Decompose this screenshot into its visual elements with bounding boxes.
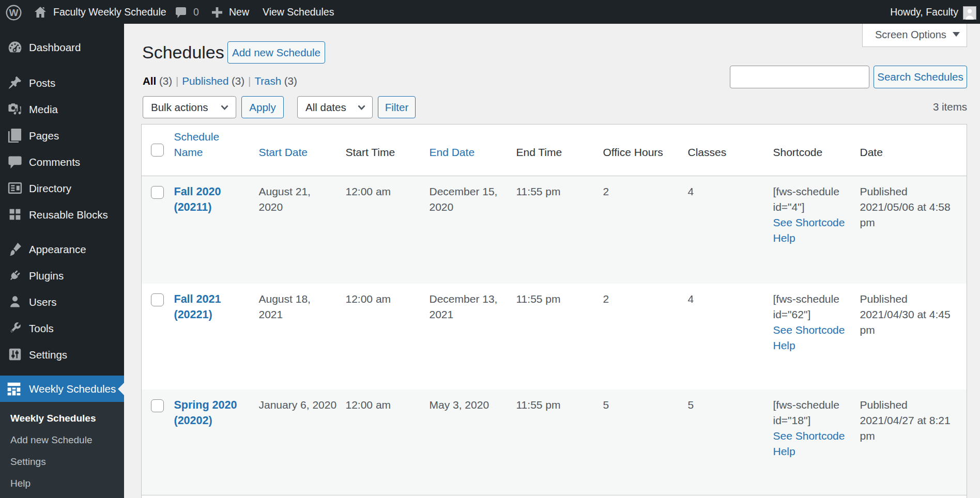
svg-text:W: W <box>9 7 19 18</box>
